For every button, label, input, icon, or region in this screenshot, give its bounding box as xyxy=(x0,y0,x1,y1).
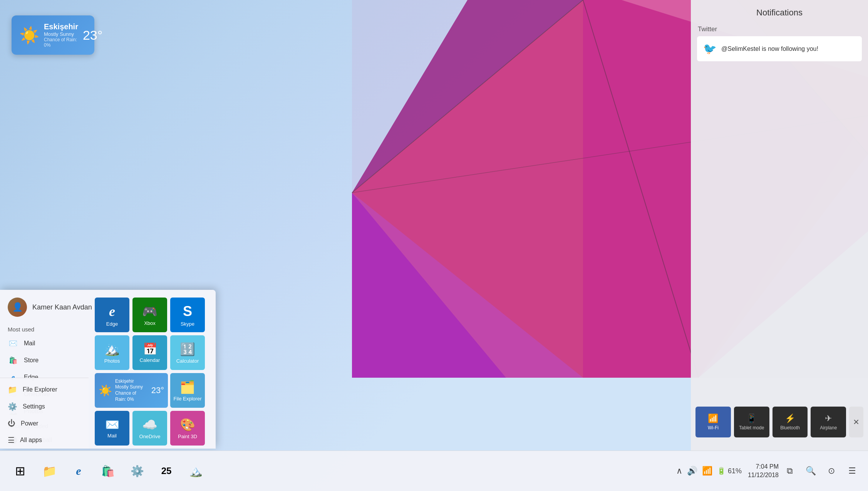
all-apps-nav-label: All apps xyxy=(20,437,42,444)
tile-skype-icon: S xyxy=(183,303,192,319)
tile-calculator-icon: 🔢 xyxy=(180,342,195,356)
desktop: ☀️ Eskişehir Mostly Sunny Chance of Rain… xyxy=(0,0,868,491)
tile-photos-icon: 🏔️ xyxy=(104,342,120,356)
weather-widget[interactable]: ☀️ Eskişehir Mostly Sunny Chance of Rain… xyxy=(12,15,94,55)
date-display: 11/12/2018 xyxy=(748,471,779,479)
airplane-icon: ✈ xyxy=(825,414,832,424)
user-name: Kamer Kaan Avdan xyxy=(32,303,92,311)
weather-info: Eskişehir Mostly Sunny Chance of Rain: 0… xyxy=(44,22,78,48)
tile-paint3d[interactable]: 🎨 Paint 3D xyxy=(170,411,205,446)
tile-weather-temp: 23° xyxy=(151,385,164,395)
tile-weather-city: Eskişehir xyxy=(115,378,148,385)
airplane-button[interactable]: ✈ Airplane xyxy=(811,407,846,437)
tile-calendar[interactable]: 📅 Calendar xyxy=(132,335,167,370)
settings-nav-icon: ⚙️ xyxy=(8,402,17,411)
tablet-label: Tablet mode xyxy=(739,425,764,430)
taskbar-settings[interactable]: ⚙️ xyxy=(123,457,151,485)
app-list-item-mail[interactable]: ✉️ Mail xyxy=(0,335,89,352)
most-used-label: Most used xyxy=(0,323,89,335)
notifications-title: Notifications xyxy=(691,0,868,25)
search-button[interactable]: 🔍 xyxy=(801,461,820,481)
bluetooth-icon: ⚡ xyxy=(785,414,795,424)
tile-xbox[interactable]: 🎮 Xbox xyxy=(132,298,167,332)
tile-paint3d-label: Paint 3D xyxy=(178,434,197,439)
tile-edge-label: Edge xyxy=(106,321,118,327)
tile-photos[interactable]: 🏔️ Photos xyxy=(95,335,129,370)
sun-icon: ☀️ xyxy=(19,26,39,45)
twitter-notification[interactable]: 🐦 @SelimKestel is now following you! xyxy=(697,36,862,61)
tile-skype[interactable]: S Skype xyxy=(170,298,205,332)
start-menu: 👤 Kamer Kaan Avdan Most used ✉️ Mail 🛍️ … xyxy=(0,290,216,449)
file-explorer-nav-label: File Explorer xyxy=(23,386,57,393)
wifi-button[interactable]: 📶 Wi-Fi xyxy=(695,407,731,437)
tile-weather-rain: Chance of Rain: 0% xyxy=(115,390,148,402)
twitter-message: @SelimKestel is now following you! xyxy=(721,45,818,52)
action-center-buttons: 📶 Wi-Fi 📱 Tablet mode ⚡ Bluetooth ✈ Airp… xyxy=(691,405,868,439)
store-icon: 🛍️ xyxy=(8,355,18,366)
notifications-panel: Notifications Twitter 🐦 @SelimKestel is … xyxy=(691,0,868,491)
cortana-button[interactable]: ⊙ xyxy=(822,461,841,481)
tray-wifi-icon[interactable]: 📶 xyxy=(702,466,712,476)
tile-weather-info: Eskişehir Mostly Sunny Chance of Rain: 0… xyxy=(115,378,148,402)
system-tray: ∧ 🔊 📶 🔋 61% xyxy=(672,466,746,476)
airplane-label: Airplane xyxy=(820,425,837,430)
bluetooth-button[interactable]: ⚡ Bluetooth xyxy=(772,407,808,437)
settings-nav-label: Settings xyxy=(23,403,45,410)
taskbar-store[interactable]: 🛍️ xyxy=(94,457,122,485)
tile-weather-sun-icon: ☀️ xyxy=(99,384,112,397)
nav-file-explorer[interactable]: 📁 File Explorer xyxy=(0,381,89,398)
battery-icon: 🔋 xyxy=(717,467,726,475)
wifi-label: Wi-Fi xyxy=(708,425,719,430)
tile-mail[interactable]: ✉️ Mail xyxy=(95,411,129,446)
nav-all-apps[interactable]: ☰ All apps xyxy=(0,432,89,449)
tile-calculator-label: Calculator xyxy=(176,358,199,364)
weather-city: Eskişehir xyxy=(44,22,78,31)
nav-settings[interactable]: ⚙️ Settings xyxy=(0,398,89,415)
tile-calculator[interactable]: 🔢 Calculator xyxy=(170,335,205,370)
tablet-mode-button[interactable]: 📱 Tablet mode xyxy=(734,407,769,437)
taskbar-calendar[interactable]: 25 xyxy=(152,457,180,485)
tile-edge[interactable]: e Edge xyxy=(95,298,129,332)
clock[interactable]: 7:04 PM 11/12/2018 xyxy=(748,462,779,480)
power-nav-label: Power xyxy=(21,420,38,427)
mail-icon: ✉️ xyxy=(8,338,18,349)
tile-weather[interactable]: ☀️ Eskişehir Mostly Sunny Chance of Rain… xyxy=(95,373,168,408)
tile-onedrive-label: OneDrive xyxy=(139,434,161,439)
tray-volume-icon[interactable]: 🔊 xyxy=(687,466,697,476)
tile-onedrive[interactable]: ☁️ OneDrive xyxy=(132,411,167,446)
user-avatar: 👤 xyxy=(8,298,27,317)
tile-onedrive-icon: ☁️ xyxy=(142,417,158,432)
weather-temperature: 23° xyxy=(83,28,102,43)
tile-calendar-icon: 📅 xyxy=(143,342,157,356)
tile-mail-icon: ✉️ xyxy=(105,418,119,431)
tile-fileexplorer-icon: 🗂️ xyxy=(180,380,195,394)
weather-description: Mostly Sunny xyxy=(44,31,78,37)
twitter-source: Twitter xyxy=(698,25,861,33)
store-label: Store xyxy=(24,357,39,364)
tile-fileexplorer-label: File Explorer xyxy=(174,396,202,402)
app-list-item-store[interactable]: 🛍️ Store xyxy=(0,352,89,369)
action-center-close-button[interactable]: ✕ xyxy=(849,407,863,437)
tiles-grid: e Edge 🎮 Xbox S Skype 🏔️ Photos 📅 xyxy=(89,290,216,449)
tile-calendar-label: Calendar xyxy=(140,357,160,363)
file-explorer-nav-icon: 📁 xyxy=(8,385,17,394)
action-center-button[interactable]: ☰ xyxy=(843,461,862,481)
taskbar-action-icons: ⧉ 🔍 ⊙ ☰ xyxy=(780,461,862,481)
taskbar-file-explorer[interactable]: 📁 xyxy=(35,457,63,485)
start-button[interactable]: ⊞ xyxy=(6,457,34,485)
power-nav-icon: ⏻ xyxy=(8,419,15,428)
wifi-icon: 📶 xyxy=(708,414,718,424)
battery-percent: 61% xyxy=(728,467,742,475)
tray-expand-icon[interactable]: ∧ xyxy=(676,466,682,476)
taskbar-edge[interactable]: e xyxy=(65,457,92,485)
tile-paint3d-icon: 🎨 xyxy=(180,417,195,432)
tile-fileexplorer[interactable]: 🗂️ File Explorer xyxy=(170,373,205,408)
tile-weather-desc: Mostly Sunny xyxy=(115,384,148,390)
nav-power[interactable]: ⏻ Power xyxy=(0,415,89,432)
task-view-button[interactable]: ⧉ xyxy=(780,461,799,481)
taskbar: ⊞ 📁 e 🛍️ ⚙️ 25 🏔️ ∧ 🔊 📶 🔋 61% 7:04 PM 11… xyxy=(0,451,868,491)
tile-skype-label: Skype xyxy=(181,321,194,327)
battery-indicator[interactable]: 🔋 61% xyxy=(717,467,742,475)
all-apps-nav-icon: ☰ xyxy=(8,436,15,445)
taskbar-photos[interactable]: 🏔️ xyxy=(182,457,209,485)
